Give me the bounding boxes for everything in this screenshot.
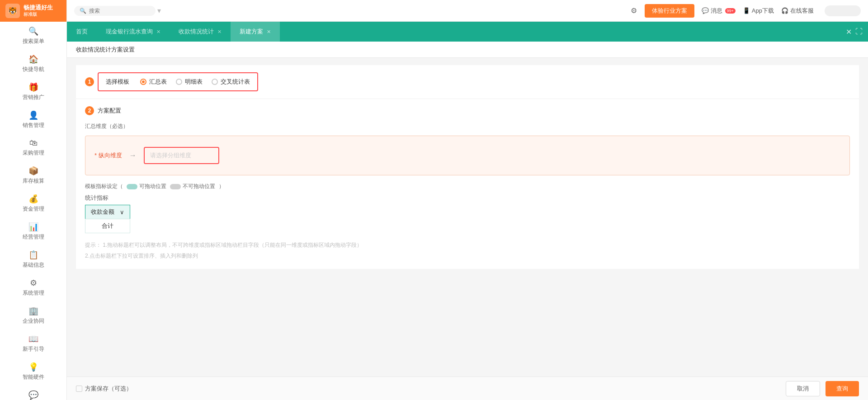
tab-new-plan[interactable]: 新建方案 ✕ <box>231 22 280 42</box>
tab-close-all[interactable]: ✕ <box>846 28 852 36</box>
sidebar-item-finance[interactable]: 💰 资金管理 <box>0 189 66 217</box>
tab-bar-end: ✕ ⛶ <box>846 28 868 36</box>
legend-draggable: 可拖动位置 <box>127 183 166 190</box>
step2-header: 2 方案配置 <box>85 106 850 115</box>
radio-cross[interactable]: 交叉统计表 <box>212 78 250 86</box>
tab-collection-stat-label: 收款情况统计 <box>179 28 214 36</box>
dropdown-icon[interactable]: ▾ <box>157 6 161 15</box>
dimension-select[interactable]: 请选择分组维度 <box>144 147 219 164</box>
metric-item-label: 收款金额 <box>91 208 114 216</box>
enterprise-icon: 🏢 <box>28 306 38 316</box>
top-bar-actions: 💬 消息 99+ 📱 App下载 🎧 在线客服 <box>702 5 861 16</box>
template-radio-group: 汇总表 明细表 交叉统计表 <box>140 78 250 86</box>
tab-bar: 首页 现金银行流水查询 ✕ 收款情况统计 ✕ 新建方案 ✕ ✕ ⛶ <box>67 22 868 42</box>
tab-new-plan-close[interactable]: ✕ <box>267 29 271 35</box>
tip1: 提示： 1.拖动标题栏可以调整布局，不可跨维度或指标区域拖动栏目字段（只能在同一… <box>85 240 850 250</box>
app-logo: 🐯 畅捷通好生 标准版 <box>0 0 66 22</box>
sidebar-item-label: 资金管理 <box>23 205 44 213</box>
tab-bank-flow[interactable]: 现金银行流水查询 ✕ <box>97 22 170 42</box>
sidebar-item-label: 销售管理 <box>23 122 44 129</box>
page-title-bar: 收款情况统计方案设置 <box>67 42 868 58</box>
tip2: 2.点击标题栏下拉可设置排序、插入列和删除列 <box>85 251 850 261</box>
system-icon: ⚙ <box>30 278 37 288</box>
radio-summary[interactable]: 汇总表 <box>140 78 167 86</box>
metric-header[interactable]: 收款金额 ∨ <box>85 205 130 219</box>
sidebar-item-system[interactable]: ⚙ 系统管理 <box>0 273 66 301</box>
sidebar-item-sales[interactable]: 👤 销售管理 <box>0 106 66 134</box>
marketing-icon: 🎁 <box>28 82 38 92</box>
query-button[interactable]: 查询 <box>826 381 859 396</box>
indicator-title: 统计指标 <box>85 194 850 202</box>
sidebar-item-marketing[interactable]: 🎁 营销推广 <box>0 78 66 106</box>
save-checkbox[interactable] <box>76 386 82 392</box>
step1-title: 选择模板 <box>106 78 129 86</box>
top-bar: 🔍 ▾ ⚙ 体验行业方案 💬 消息 99+ 📱 App下载 🎧 在线客服 <box>67 0 868 22</box>
search-input[interactable] <box>89 8 152 14</box>
bottom-bar: 方案保存（可选） 取消 查询 <box>67 376 868 400</box>
notification-action[interactable]: 💬 消息 99+ <box>702 7 736 15</box>
cancel-button[interactable]: 取消 <box>786 381 820 396</box>
sidebar-item-enterprise[interactable]: 🏢 企业协同 <box>0 301 66 329</box>
page-content-area: 收款情况统计方案设置 1 选择模板 汇总表 <box>67 42 868 400</box>
sidebar-item-newbie[interactable]: 📖 新手引导 <box>0 329 66 358</box>
tab-home[interactable]: 首页 <box>67 22 97 42</box>
wechat-icon: 💬 <box>28 390 38 400</box>
tab-collection-stat[interactable]: 收款情况统计 ✕ <box>170 22 231 42</box>
sidebar-item-inventory[interactable]: 📦 库存核算 <box>0 161 66 189</box>
sidebar-item-label: 库存核算 <box>23 177 44 185</box>
sidebar-item-quick-nav[interactable]: 🏠 快捷导航 <box>0 50 66 78</box>
tab-bank-flow-close[interactable]: ✕ <box>156 29 160 35</box>
indicator-header: 模板指标设定（ 可拖动位置 不可拖动位置 ） <box>85 183 850 190</box>
sidebar-item-label: 采购管理 <box>23 149 44 157</box>
sidebar-item-search-menu[interactable]: 🔍 搜索菜单 <box>0 22 66 50</box>
radio-detail[interactable]: 明细表 <box>176 78 203 86</box>
sidebar-item-label: 搜索菜单 <box>23 38 44 45</box>
step1-section: 1 选择模板 汇总表 明细表 <box>76 65 859 99</box>
sidebar-item-wechat[interactable]: 💬 企业微信 <box>0 386 66 400</box>
search-box[interactable]: 🔍 <box>74 6 156 16</box>
page-scroll-area: 1 选择模板 汇总表 明细表 <box>67 58 868 376</box>
step1-number: 1 <box>85 77 94 86</box>
sidebar-item-label: 基础信息 <box>23 261 44 269</box>
operation-icon: 📊 <box>28 222 38 232</box>
metric-body: 合计 <box>85 219 130 233</box>
tab-maximize[interactable]: ⛶ <box>855 28 863 36</box>
non-draggable-label: 不可拖动位置 <box>183 183 215 190</box>
sidebar-nav: 🔍 搜索菜单 🏠 快捷导航 🎁 营销推广 👤 销售管理 🛍 采购管理 📦 库存核… <box>0 22 66 400</box>
bottom-bar-actions: 取消 查询 <box>786 381 859 396</box>
sidebar-item-label: 系统管理 <box>23 289 44 297</box>
vertical-dimension-label: * 纵向维度 <box>94 151 122 160</box>
tab-home-label: 首页 <box>76 28 88 36</box>
sidebar-item-operation[interactable]: 📊 经营管理 <box>0 217 66 245</box>
basic-info-icon: 📋 <box>28 250 38 260</box>
indicator-header-end: ） <box>219 183 224 190</box>
main-area: 🔍 ▾ ⚙ 体验行业方案 💬 消息 99+ 📱 App下载 🎧 在线客服 <box>67 0 868 400</box>
purchase-icon: 🛍 <box>29 138 38 148</box>
download-action[interactable]: 📱 App下载 <box>743 7 774 15</box>
service-action[interactable]: 🎧 在线客服 <box>781 7 814 15</box>
tab-new-plan-label: 新建方案 <box>240 28 263 36</box>
radio-cross-label: 交叉统计表 <box>221 78 250 86</box>
logo-text: 畅捷通好生 <box>24 4 53 11</box>
sidebar-item-basic-info[interactable]: 📋 基础信息 <box>0 245 66 273</box>
dimension-row: * 纵向维度 → 请选择分组维度 <box>94 147 840 164</box>
sidebar: 🐯 畅捷通好生 标准版 🔍 搜索菜单 🏠 快捷导航 🎁 营销推广 👤 销售管理 … <box>0 0 67 400</box>
metric-dropdown-icon[interactable]: ∨ <box>120 209 124 216</box>
step1-header: 1 选择模板 汇总表 明细表 <box>85 72 850 91</box>
download-icon: 📱 <box>743 7 750 14</box>
tab-collection-stat-close[interactable]: ✕ <box>217 29 222 35</box>
sidebar-item-smart-hardware[interactable]: 💡 智能硬件 <box>0 358 66 386</box>
legend-non-draggable: 不可拖动位置 <box>170 183 215 190</box>
service-label: 在线客服 <box>790 7 814 15</box>
inventory-icon: 📦 <box>28 166 38 176</box>
trial-button[interactable]: 体验行业方案 <box>645 4 694 18</box>
download-label: App下载 <box>752 7 774 15</box>
sidebar-item-purchase[interactable]: 🛍 采购管理 <box>0 134 66 161</box>
newbie-icon: 📖 <box>28 334 38 344</box>
template-selector: 选择模板 汇总表 明细表 <box>98 72 258 91</box>
settings-icon[interactable]: ⚙ <box>627 4 641 18</box>
dimension-arrow-icon: → <box>129 151 137 160</box>
dimension-area: * 纵向维度 → 请选择分组维度 <box>85 136 850 175</box>
user-avatar[interactable] <box>825 5 861 16</box>
page-title: 收款情况统计方案设置 <box>76 46 135 54</box>
